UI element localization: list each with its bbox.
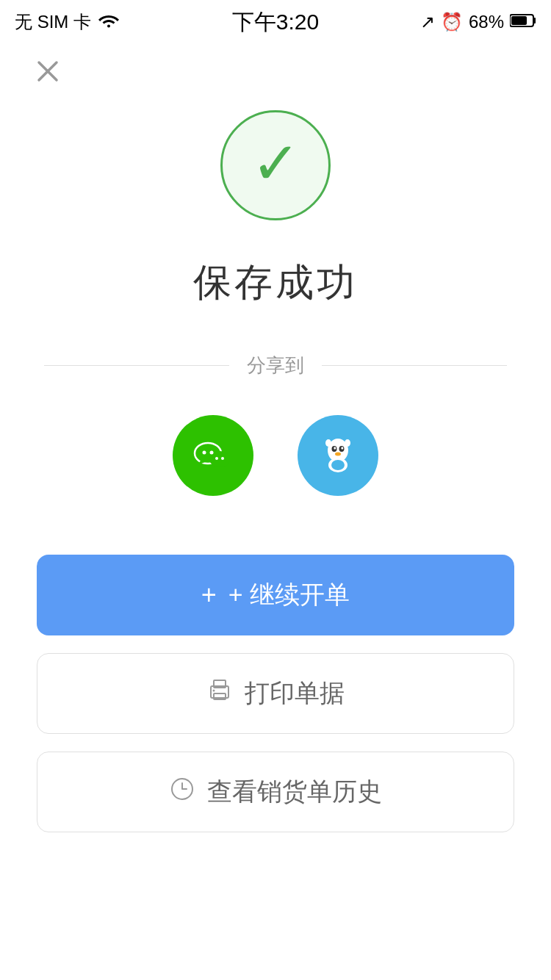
history-button[interactable]: 查看销货单历史 xyxy=(37,752,514,832)
divider-line-right xyxy=(322,365,507,366)
share-icons xyxy=(173,415,378,496)
status-time: 下午3:20 xyxy=(232,7,319,37)
svg-point-18 xyxy=(331,460,345,470)
wechat-icon xyxy=(190,433,236,478)
success-circle: ✓ xyxy=(220,110,331,220)
status-right: ↗ ⏰ 68% xyxy=(420,12,536,32)
svg-point-7 xyxy=(203,451,206,455)
svg-point-16 xyxy=(335,453,341,456)
share-divider: 分享到 xyxy=(0,353,551,378)
alarm-icon: ⏰ xyxy=(441,12,463,32)
plus-icon: + xyxy=(201,580,217,610)
continue-label: + 继续开单 xyxy=(228,578,350,612)
divider-line-left xyxy=(44,365,229,366)
history-label: 查看销货单历史 xyxy=(207,775,382,809)
svg-rect-1 xyxy=(533,18,536,24)
battery-icon xyxy=(510,12,536,32)
print-button[interactable]: 打印单据 xyxy=(37,653,514,734)
continue-button[interactable]: + + 继续开单 xyxy=(37,555,514,635)
status-bar: 无 SIM 卡 下午3:20 ↗ ⏰ 68% xyxy=(0,0,551,44)
svg-point-24 xyxy=(213,690,215,692)
svg-point-15 xyxy=(341,447,343,450)
print-icon xyxy=(206,677,233,710)
svg-point-20 xyxy=(345,439,350,447)
svg-point-8 xyxy=(210,451,214,455)
svg-point-14 xyxy=(334,447,336,450)
svg-rect-2 xyxy=(511,16,527,25)
svg-point-19 xyxy=(325,439,331,447)
success-title: 保存成功 xyxy=(193,257,358,309)
history-icon xyxy=(169,776,195,808)
qq-icon xyxy=(315,433,361,478)
print-label: 打印单据 xyxy=(245,677,345,710)
wechat-share-button[interactable] xyxy=(173,415,253,496)
wifi-icon xyxy=(98,12,119,32)
svg-point-10 xyxy=(221,457,224,460)
share-label: 分享到 xyxy=(229,353,322,378)
no-sim-label: 无 SIM 卡 xyxy=(15,10,91,34)
main-content: ✓ 保存成功 分享到 xyxy=(0,44,551,832)
location-icon: ↗ xyxy=(420,12,435,32)
svg-point-9 xyxy=(215,457,218,460)
checkmark-icon: ✓ xyxy=(251,134,300,193)
status-left: 无 SIM 卡 xyxy=(15,10,119,34)
qq-share-button[interactable] xyxy=(298,415,378,496)
close-button[interactable] xyxy=(29,53,66,90)
battery-label: 68% xyxy=(469,12,504,32)
action-buttons: + + 继续开单 打印单据 查看销货单历史 xyxy=(0,555,551,832)
